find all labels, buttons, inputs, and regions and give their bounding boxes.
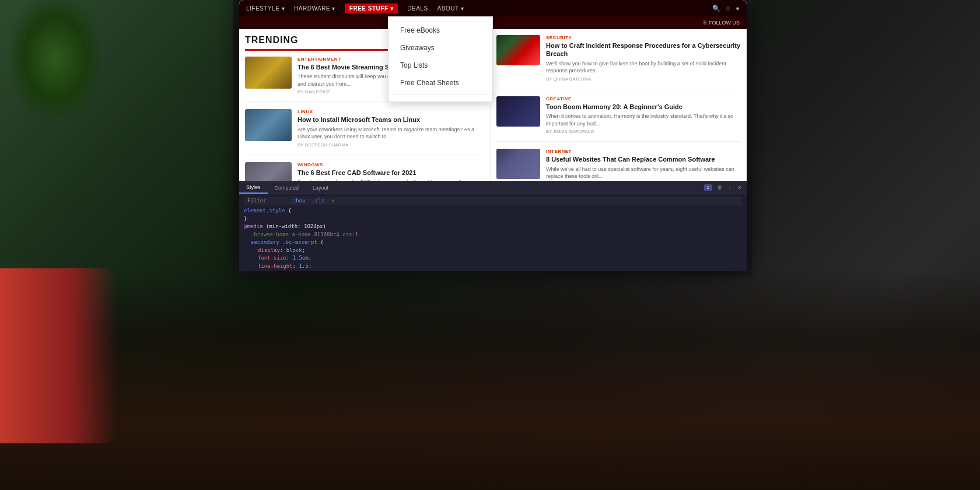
right-article[interactable]: SECURITY How to Craft Incident Response …	[496, 35, 741, 89]
nav-right: 🔍 ☆ ●	[712, 5, 740, 12]
dropdown-item-giveaways[interactable]: Giveaways	[388, 39, 492, 57]
devtools-settings-icon[interactable]: ⚙	[717, 184, 722, 191]
css-line-7: font-size: 1.5em;	[244, 254, 742, 262]
right-article[interactable]: CREATIVE Toon Boom Harmony 20: A Beginne…	[496, 96, 741, 142]
devtools-filter-bar: Filter :hov .cls +	[244, 197, 742, 205]
laptop-screen: LIFESTYLE ▾ HARDWARE ▾ FREE STUFF ▾ DEAL…	[239, 0, 747, 271]
follow-us[interactable]: ⎘ FOLLOW US	[704, 20, 740, 26]
devtools-styles-panel: Filter :hov .cls + element.style { } @	[239, 194, 747, 271]
devtools-more-icon[interactable]: ⋮	[727, 184, 733, 191]
devtools-close-icon[interactable]: ✕	[737, 184, 742, 191]
dropdown-item-free-cheat-sheets[interactable]: Free Cheat Sheets	[388, 74, 492, 92]
bookmark-icon[interactable]: ☆	[725, 5, 731, 12]
devtools-content: Filter :hov .cls + element.style { } @	[239, 194, 747, 271]
css-line-6: display: block;	[244, 247, 742, 255]
article-thumbnail	[496, 35, 540, 65]
share-icon: ⎘	[704, 20, 706, 26]
laptop-wrapper: LIFESTYLE ▾ HARDWARE ▾ FREE STUFF ▾ DEAL…	[204, 0, 980, 490]
article-category: CREATIVE	[546, 96, 741, 102]
article-excerpt: While we've all had to use specialist so…	[546, 166, 741, 180]
article-thumbnail	[496, 149, 540, 179]
css-line-1: element.style {	[244, 207, 742, 215]
devtools-badge: 1	[704, 184, 712, 191]
css-line-4: .browse-home a-home.81168bc4.css:1	[244, 231, 742, 239]
article-content: LINUX How to Install Microsoft Teams on …	[298, 109, 484, 147]
plant-decoration	[12, 0, 99, 117]
article-author: BY DEEPESH SHARMA	[298, 142, 484, 148]
article-title[interactable]: How to Craft Incident Response Procedure…	[546, 41, 741, 58]
css-line-3: @media (min-width: 1024px)	[244, 223, 742, 231]
article-title[interactable]: 8 Useful Websites That Can Replace Commo…	[546, 155, 741, 163]
cls-pseudo: .cls	[312, 198, 325, 204]
article-category: LINUX	[298, 109, 484, 114]
css-line-8: line-height: 1.5;	[244, 262, 742, 271]
website-content: LIFESTYLE ▾ HARDWARE ▾ FREE STUFF ▾ DEAL…	[239, 0, 747, 271]
nav-lifestyle[interactable]: LIFESTYLE ▾	[246, 5, 285, 12]
article-category: SECURITY	[546, 35, 741, 40]
article-excerpt: Are your coworkers using Microsoft Teams…	[298, 126, 484, 141]
article-card[interactable]: LINUX How to Install Microsoft Teams on …	[245, 109, 484, 155]
nav-deals[interactable]: DEALS	[407, 5, 428, 12]
nav-about[interactable]: ABOUT ▾	[438, 5, 464, 12]
red-jacket	[0, 268, 117, 443]
devtools-tab-right: 1 ⚙ ⋮ ✕	[704, 184, 747, 191]
article-excerpt: When it comes to animation, Harmony is t…	[546, 113, 741, 127]
article-author: BY EMMA GAROFALO	[546, 129, 741, 134]
search-icon[interactable]: 🔍	[712, 5, 720, 12]
article-category: WINDOWS	[298, 162, 484, 167]
nav-left: LIFESTYLE ▾ HARDWARE ▾ FREE STUFF ▾ DEAL…	[246, 4, 464, 13]
article-content: SECURITY How to Craft Incident Response …	[546, 35, 741, 82]
devtools-tabs: Styles Computed Layout 1 ⚙ ⋮ ✕	[239, 181, 747, 194]
secondary-navigation: ⎘ FOLLOW US	[239, 16, 747, 29]
dropdown-divider	[388, 94, 492, 94]
hover-pseudo: :hov	[293, 198, 306, 204]
devtools-tab-styles[interactable]: Styles	[239, 181, 268, 194]
filter-label: Filter	[247, 198, 267, 204]
devtools-tab-layout[interactable]: Layout	[306, 181, 335, 194]
css-line-5: secondary .bc-excerpt {	[244, 239, 742, 247]
nav-free-stuff[interactable]: FREE STUFF ▾	[345, 4, 398, 13]
dropdown-item-top-lists[interactable]: Top Lists	[388, 57, 492, 74]
article-title[interactable]: The 6 Best Free CAD Software for 2021	[298, 169, 484, 177]
free-stuff-dropdown: Free eBooks Giveaways Top Lists Free Che…	[388, 16, 493, 102]
nav-hardware[interactable]: HARDWARE ▾	[294, 5, 335, 12]
user-icon[interactable]: ●	[736, 5, 740, 12]
article-title[interactable]: How to Install Microsoft Teams on Linux	[298, 116, 484, 124]
devtools-tab-computed[interactable]: Computed	[268, 181, 306, 194]
article-content: CREATIVE Toon Boom Harmony 20: A Beginne…	[546, 96, 741, 134]
article-excerpt: We'll show you how to give hackers the b…	[546, 60, 741, 75]
css-line-2: }	[244, 215, 742, 223]
article-thumbnail	[496, 96, 540, 127]
dropdown-item-free-ebooks[interactable]: Free eBooks	[388, 22, 492, 39]
devtools-panel: Styles Computed Layout 1 ⚙ ⋮ ✕ Filter :h	[239, 181, 747, 271]
top-navigation: LIFESTYLE ▾ HARDWARE ▾ FREE STUFF ▾ DEAL…	[239, 0, 747, 16]
article-thumbnail	[245, 109, 292, 141]
article-category: INTERNET	[546, 149, 741, 154]
article-author: BY QUINA BATERNA	[546, 76, 741, 82]
article-title[interactable]: Toon Boom Harmony 20: A Beginner's Guide	[546, 103, 741, 111]
plus-icon[interactable]: +	[331, 198, 334, 204]
article-thumbnail	[245, 57, 292, 89]
